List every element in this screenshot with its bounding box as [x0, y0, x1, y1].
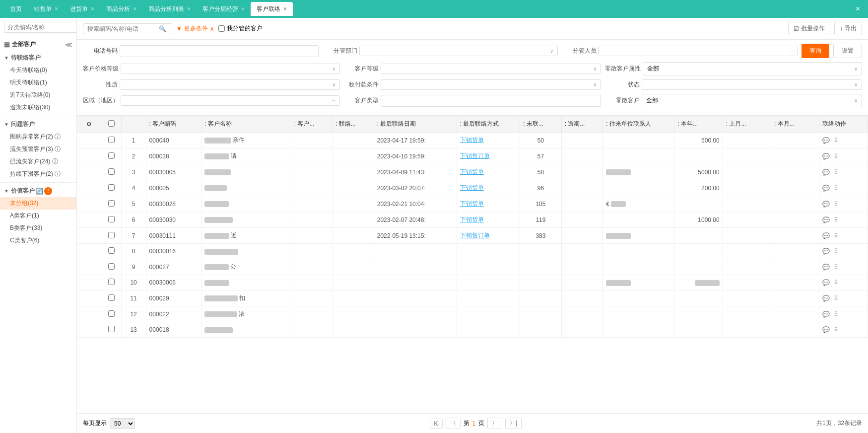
close-icon[interactable]: ×: [283, 5, 287, 12]
customer-type-input[interactable]: [381, 95, 601, 107]
sidebar-item-hoarding[interactable]: 囤购异常客户(2) ⓘ: [0, 131, 76, 143]
apps-icon[interactable]: ⠿: [834, 232, 838, 239]
sidebar-item-c-class[interactable]: C类客户(6): [0, 234, 76, 247]
apps-icon[interactable]: ⠿: [834, 137, 838, 144]
last-way-link[interactable]: 下销货单: [460, 216, 484, 223]
row-checkbox[interactable]: [102, 275, 121, 290]
last-page-button[interactable]: 〉|: [505, 418, 522, 429]
tab-customer-contact[interactable]: 客户联络 ×: [251, 2, 293, 16]
sidebar-group-pending[interactable]: ▼ 待联络客户: [0, 52, 76, 64]
row-checkbox[interactable]: [102, 196, 121, 212]
sidebar-item-overdue-pending[interactable]: 逾期未联络(30): [0, 101, 76, 114]
reset-button[interactable]: 设置: [833, 44, 862, 58]
row-checkbox[interactable]: [102, 180, 121, 196]
tab-product-analysis[interactable]: 商品分析 ×: [100, 2, 142, 16]
customer-level-select[interactable]: ∨: [381, 64, 601, 74]
payment-select[interactable]: ∨: [381, 79, 601, 90]
comment-icon[interactable]: 💬: [822, 216, 830, 223]
export-button[interactable]: ↑ 导出: [834, 22, 862, 35]
comment-icon[interactable]: 💬: [822, 295, 830, 302]
col-header-last-month[interactable]: : 上月...: [723, 116, 771, 133]
tab-home[interactable]: 首页: [4, 2, 28, 16]
row-checkbox[interactable]: [102, 164, 121, 180]
col-header-type[interactable]: : 客户...: [291, 116, 332, 133]
sidebar-search-input[interactable]: [4, 22, 77, 33]
row-last-way[interactable]: 下销售订单: [457, 148, 520, 164]
comment-icon[interactable]: 💬: [822, 232, 830, 239]
apps-icon[interactable]: ⠿: [834, 264, 838, 271]
comment-icon[interactable]: 💬: [822, 264, 830, 271]
row-checkbox[interactable]: [102, 148, 121, 164]
apps-icon[interactable]: ⠿: [834, 185, 838, 192]
refresh-icon[interactable]: 🔄: [36, 188, 43, 195]
batch-operation-button[interactable]: ☑ 批量操作: [788, 22, 830, 35]
row-last-way[interactable]: 下销货单: [457, 212, 520, 228]
last-way-link[interactable]: 下销货单: [460, 168, 484, 175]
apps-icon[interactable]: ⠿: [834, 311, 838, 318]
row-last-way[interactable]: 下销货单: [457, 164, 520, 180]
close-icon[interactable]: ×: [241, 5, 245, 12]
tab-purchase-order[interactable]: 进货单 ×: [64, 2, 100, 16]
row-last-way[interactable]: 下销货单: [457, 196, 520, 212]
row-checkbox[interactable]: [102, 290, 121, 306]
comment-icon[interactable]: 💬: [822, 137, 830, 144]
col-header-unit-contact[interactable]: : 往来单位联系人: [603, 116, 674, 133]
apps-icon[interactable]: ⠿: [834, 248, 838, 255]
col-header-code[interactable]: : 客户编码: [146, 116, 201, 133]
last-way-link[interactable]: 下销货单: [460, 184, 484, 191]
all-customers-item[interactable]: ⊞ 全部客户 ≪: [0, 37, 76, 52]
row-last-way[interactable]: 下销售订单: [457, 228, 520, 244]
apps-icon[interactable]: ⠿: [834, 201, 838, 208]
comment-icon[interactable]: 💬: [822, 279, 830, 286]
status-select[interactable]: ∨: [642, 79, 862, 90]
row-checkbox[interactable]: [102, 133, 121, 148]
sidebar-item-declining[interactable]: 持续下滑客户(2) ⓘ: [0, 168, 76, 180]
more-conditions-button[interactable]: ▼ 更多条件 ∧: [176, 24, 214, 33]
last-way-link[interactable]: 下销货单: [460, 137, 484, 144]
query-button[interactable]: 查询: [801, 44, 829, 58]
comment-icon[interactable]: 💬: [822, 311, 830, 318]
per-page-select[interactable]: 50 100 200: [110, 418, 135, 429]
dept-select[interactable]: ∨: [359, 46, 558, 56]
row-checkbox[interactable]: [102, 306, 121, 322]
col-header-settings[interactable]: ⚙: [77, 116, 102, 133]
col-header-last-way[interactable]: : 最后联络方式: [457, 116, 520, 133]
close-icon[interactable]: ×: [55, 5, 58, 12]
comment-icon[interactable]: 💬: [822, 153, 830, 160]
my-customers-checkbox[interactable]: [218, 25, 225, 32]
last-way-link[interactable]: 下销售订单: [460, 232, 490, 239]
comment-icon[interactable]: 💬: [822, 248, 830, 255]
prev-page-button[interactable]: 〈: [446, 418, 461, 429]
apps-icon[interactable]: ⠿: [834, 153, 838, 160]
nature-select[interactable]: ∨: [120, 79, 340, 90]
col-header-this-year[interactable]: : 本年...: [674, 116, 723, 133]
sidebar-item-lost[interactable]: 已流失客户(24) ⓘ: [0, 155, 76, 168]
select-all-checkbox[interactable]: [108, 120, 115, 127]
sparse-attr-select[interactable]: 全部 ∨: [643, 62, 862, 75]
close-icon[interactable]: ×: [133, 5, 136, 12]
col-header-this-month[interactable]: : 本月...: [771, 116, 819, 133]
manager-select[interactable]: ···: [599, 46, 798, 56]
apps-icon[interactable]: ⠿: [834, 169, 838, 176]
sidebar-group-value[interactable]: ▼ 价值客户 🔄 !: [0, 185, 76, 197]
col-header-overdue[interactable]: : 逾期...: [561, 116, 602, 133]
sidebar-group-problem[interactable]: ▼ 问题客户: [0, 118, 76, 131]
next-page-button[interactable]: 〉: [487, 418, 502, 429]
sparse-customer-select[interactable]: 全部 ∨: [642, 94, 862, 107]
first-page-button[interactable]: K: [430, 419, 443, 429]
apps-icon[interactable]: ⠿: [834, 295, 838, 302]
row-checkbox[interactable]: [102, 212, 121, 228]
comment-icon[interactable]: 💬: [822, 201, 830, 208]
sidebar-collapse-icon[interactable]: ≪: [65, 41, 72, 49]
col-header-name[interactable]: : 客户名称: [201, 116, 291, 133]
last-way-link[interactable]: 下销售订单: [460, 152, 490, 159]
last-way-link[interactable]: 下销货单: [460, 200, 484, 207]
close-icon[interactable]: ×: [91, 5, 94, 12]
comment-icon[interactable]: 💬: [822, 185, 830, 192]
close-icon[interactable]: ×: [187, 5, 191, 12]
tab-product-analysis-list[interactable]: 商品分析列表 ×: [142, 2, 197, 16]
apps-icon[interactable]: ⠿: [834, 326, 838, 333]
col-header-contact[interactable]: : 联络...: [333, 116, 374, 133]
comment-icon[interactable]: 💬: [822, 326, 830, 333]
row-checkbox[interactable]: [102, 322, 121, 338]
